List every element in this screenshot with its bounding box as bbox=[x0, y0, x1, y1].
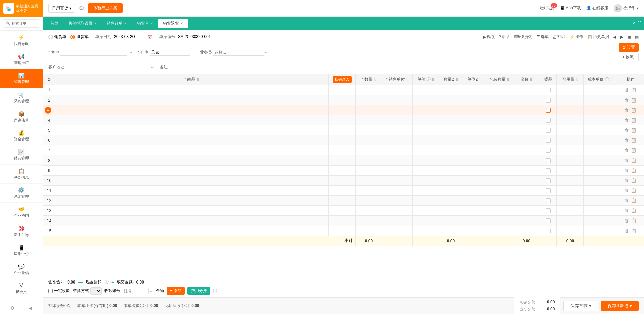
radio-sales[interactable]: 销货单 bbox=[48, 34, 66, 40]
row-1-delete-button[interactable]: 🗑 bbox=[625, 87, 629, 92]
row-2-amount[interactable] bbox=[513, 95, 540, 105]
row-copy-button[interactable]: 📋 bbox=[631, 228, 636, 233]
th-settings-icon[interactable]: ⚙ bbox=[47, 77, 51, 82]
help-link[interactable]: ? 帮助 bbox=[499, 34, 510, 40]
address-select-dots[interactable]: ··· bbox=[151, 65, 154, 70]
tab-sales-order[interactable]: 销售订单 ✕ bbox=[102, 19, 131, 28]
shortcut-link[interactable]: ⌨ 快捷键 bbox=[514, 34, 532, 40]
tab-sales-delivery[interactable]: 销货单 ✕ bbox=[132, 19, 158, 28]
row-3-amount[interactable] bbox=[513, 105, 540, 115]
sidebar-item-enterprise[interactable]: 🤝 企业协同 bbox=[0, 203, 43, 222]
row-1-amount[interactable] bbox=[513, 85, 540, 95]
row-1-qty[interactable] bbox=[356, 85, 382, 95]
row-3-unit[interactable] bbox=[382, 105, 413, 115]
sidebar-settings-button[interactable]: ⚙ bbox=[10, 305, 15, 311]
sidebar-item-marketing[interactable]: 📢 营销推广 bbox=[0, 50, 43, 69]
row-1-goods[interactable] bbox=[55, 85, 329, 95]
row-1-unit2[interactable] bbox=[463, 85, 486, 95]
row-3-delete-button[interactable]: 🗑 bbox=[625, 108, 629, 113]
row-3-qty2[interactable] bbox=[439, 105, 463, 115]
this-owe-info-icon[interactable]: ① bbox=[145, 303, 149, 308]
sidebar-item-quick-nav[interactable]: ⚡ 快捷导航 bbox=[0, 31, 43, 50]
row-2-qty[interactable] bbox=[356, 95, 382, 105]
discount-info-icon[interactable]: ⓘ bbox=[105, 279, 109, 285]
tab-close-sales-return[interactable]: ✕ bbox=[180, 22, 183, 25]
account-input[interactable] bbox=[122, 288, 149, 294]
online-service-button[interactable]: 👤 在线客服 bbox=[586, 5, 608, 11]
add-payment-button[interactable]: + 添加 bbox=[167, 287, 185, 295]
tab-sales-return[interactable]: 销货退货 ✕ bbox=[158, 19, 188, 28]
calendar-icon[interactable]: 📅 bbox=[148, 35, 153, 39]
row-copy-button[interactable]: 📋 bbox=[631, 138, 636, 143]
sidebar-item-system[interactable]: ⚙️ 系统管理 bbox=[0, 184, 43, 203]
qty2-sort-icon[interactable]: ⇅ bbox=[455, 78, 458, 81]
row-1-unit-price[interactable] bbox=[413, 85, 439, 95]
sidebar-item-wechat[interactable]: 💬 企业微信 bbox=[0, 260, 43, 279]
row-2-delete-button[interactable]: 🗑 bbox=[625, 98, 629, 103]
sidebar-item-operations[interactable]: 📈 经营管理 bbox=[0, 145, 43, 165]
qty-sort-icon[interactable]: ⇅ bbox=[373, 78, 376, 81]
account-select-dots[interactable]: ··· bbox=[150, 289, 153, 293]
customer-select-dots[interactable]: ··· bbox=[129, 50, 132, 55]
history-link[interactable]: 📋 历史单据 bbox=[587, 34, 609, 40]
row-delete-button[interactable]: 🗑 bbox=[625, 198, 629, 203]
row-3-goods[interactable] bbox=[55, 105, 329, 115]
row-delete-button[interactable]: 🗑 bbox=[625, 208, 629, 213]
row-3-goods-input[interactable] bbox=[57, 108, 327, 113]
save-new-button[interactable]: 保存&新增 ▾ bbox=[601, 301, 639, 311]
row-copy-button[interactable]: 📋 bbox=[631, 128, 636, 133]
row-copy-button[interactable]: 📋 bbox=[631, 178, 636, 183]
amount-sort-icon[interactable]: ⇅ bbox=[530, 78, 532, 81]
prev-record-button[interactable]: ◀ bbox=[613, 35, 616, 39]
sidebar-item-app-center[interactable]: 📱 应用中心 bbox=[0, 241, 43, 260]
radio-return[interactable]: 退货单 bbox=[70, 34, 89, 40]
row-copy-button[interactable]: 📋 bbox=[631, 208, 636, 213]
video-link[interactable]: ▶ 视频 bbox=[483, 34, 495, 40]
row-2-pkg-qty[interactable] bbox=[486, 95, 513, 105]
row-1-available[interactable] bbox=[557, 85, 584, 95]
grid-view-icon[interactable]: ▦ bbox=[627, 35, 631, 39]
row-3-copy-button[interactable]: 📋 bbox=[631, 108, 636, 113]
list-view-icon[interactable]: ▤ bbox=[635, 35, 639, 39]
row-2-unit-price[interactable] bbox=[413, 95, 439, 105]
tab-close-sales-delivery[interactable]: ✕ bbox=[150, 22, 153, 25]
message-button[interactable]: 💬 消息 70 bbox=[540, 5, 554, 11]
cost-price-sort-icon[interactable]: ⇅ bbox=[610, 78, 613, 81]
row-delete-button[interactable]: 🗑 bbox=[625, 178, 629, 183]
row-delete-button[interactable]: 🗑 bbox=[625, 148, 629, 153]
sidebar-item-vip[interactable]: V 畅会员 bbox=[0, 279, 43, 298]
save-draft-button[interactable]: 保存草稿 ▾ bbox=[563, 301, 598, 311]
row-2-unit[interactable] bbox=[382, 95, 413, 105]
goods-sort-icon[interactable]: ⇅ bbox=[197, 78, 199, 81]
topbar-settings-icon[interactable]: ⚙ bbox=[79, 5, 84, 11]
remark-input[interactable] bbox=[169, 64, 303, 70]
row-1-pkg-qty[interactable] bbox=[486, 85, 513, 95]
row-delete-button[interactable]: 🗑 bbox=[625, 218, 629, 223]
next-record-button[interactable]: ▶ bbox=[620, 35, 623, 39]
row-delete-button[interactable]: 🗑 bbox=[625, 138, 629, 143]
row-1-unit[interactable] bbox=[382, 85, 413, 95]
row-delete-button[interactable]: 🗑 bbox=[625, 128, 629, 133]
print-link[interactable]: 🖨 打印 bbox=[553, 34, 566, 40]
unit-sort-icon[interactable]: ⇅ bbox=[406, 78, 409, 81]
row-delete-button[interactable]: 🗑 bbox=[625, 228, 629, 233]
row-3-pkg-qty[interactable] bbox=[486, 105, 513, 115]
row-copy-button[interactable]: 📋 bbox=[631, 168, 636, 173]
unit-price-info-icon[interactable]: ⓘ bbox=[427, 77, 431, 82]
row-delete-button[interactable]: 🗑 bbox=[625, 188, 629, 193]
row-delete-button[interactable]: 🗑 bbox=[625, 168, 629, 173]
tab-close-all-icon[interactable]: ✕ bbox=[632, 21, 635, 26]
row-delete-button[interactable]: 🗑 bbox=[625, 118, 629, 123]
module-select[interactable]: 日用百货 ▾ bbox=[48, 4, 75, 13]
sidebar-item-finance[interactable]: 💰 资金管理 bbox=[0, 126, 43, 145]
row-3-available[interactable] bbox=[557, 105, 584, 115]
tab-home[interactable]: 首页 bbox=[46, 19, 63, 28]
sidebar-collapse-button[interactable]: ◀ bbox=[29, 305, 32, 311]
row-2-goods[interactable] bbox=[55, 95, 329, 105]
row-3-unit2[interactable] bbox=[463, 105, 486, 115]
row-copy-button[interactable]: 📋 bbox=[631, 198, 636, 203]
user-menu[interactable]: 头 徐泽华 ▾ bbox=[614, 4, 639, 12]
unit2-sort-icon[interactable]: ⇅ bbox=[479, 78, 482, 81]
row-copy-button[interactable]: 📋 bbox=[631, 188, 636, 193]
tab-close-sales-order[interactable]: ✕ bbox=[124, 22, 127, 25]
